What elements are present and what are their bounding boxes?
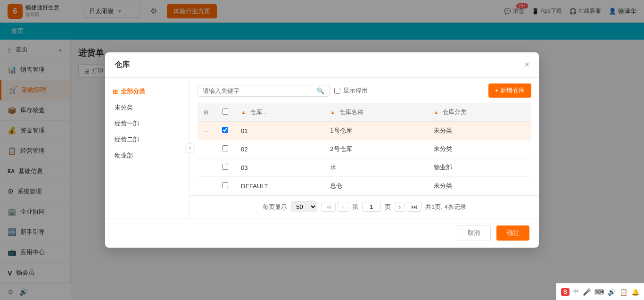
all-category-item[interactable]: ⊞ 全部分类	[105, 83, 190, 100]
sort-icon: ▲	[241, 109, 246, 115]
table-container: ⚙ ▲ 仓库... ▲ 仓库名称	[190, 103, 539, 195]
category-property[interactable]: 物业部	[105, 148, 190, 164]
row-checkbox[interactable]	[222, 145, 228, 151]
cancel-button[interactable]: 取消	[457, 225, 491, 241]
table-header-row: ⚙ ▲ 仓库... ▲ 仓库名称	[198, 103, 531, 122]
modal-close-button[interactable]: ×	[524, 60, 529, 70]
task-icon[interactable]: 📋	[619, 288, 627, 296]
row-category: 物业部	[428, 158, 531, 177]
prev-page-button[interactable]: ‹	[338, 202, 348, 212]
row-actions	[198, 158, 216, 177]
keyboard-icon[interactable]: ⌨	[594, 288, 604, 296]
brand-logo: S	[561, 288, 570, 296]
col-name: ▲ 仓库名称	[324, 103, 428, 122]
row-checkbox[interactable]	[222, 164, 228, 170]
modal-footer: 取消 确定	[105, 218, 539, 248]
category-dept1[interactable]: 经营一部	[105, 116, 190, 132]
row-checkbox[interactable]	[222, 127, 228, 133]
row-category: 未分类	[428, 140, 531, 158]
sort-icon3: ▲	[434, 109, 439, 115]
search-box: 🔍	[198, 85, 330, 97]
row-name: 水	[324, 158, 428, 177]
category-panel: ⊞ 全部分类 未分类 经营一部 经营二部 物业部 «	[105, 78, 190, 218]
table-row[interactable]: ··· 01 1号仓库 未分类	[198, 122, 531, 140]
modal-overlay: 仓库 × ⊞ 全部分类 未分类 经营一部 经营二部 物业部 «	[0, 0, 644, 300]
row-checkbox[interactable]	[222, 182, 228, 188]
table-row[interactable]: DEFAULT 总仓 未分类	[198, 177, 531, 195]
page-navigation-next: › ⏭	[395, 202, 421, 212]
warehouse-modal: 仓库 × ⊞ 全部分类 未分类 经营一部 经营二部 物业部 «	[105, 52, 539, 248]
sort-icon2: ▲	[330, 109, 335, 115]
notification-icon[interactable]: 🔔	[631, 288, 639, 296]
confirm-button[interactable]: 确定	[496, 225, 529, 241]
modal-title: 仓库	[115, 60, 130, 70]
row-checkbox-cell	[216, 158, 235, 177]
speaker-icon[interactable]: 🔊	[608, 288, 616, 296]
row-actions	[198, 140, 216, 158]
search-input[interactable]	[203, 87, 317, 94]
category-unclassified[interactable]: 未分类	[105, 100, 190, 116]
row-actions	[198, 177, 216, 195]
first-page-button[interactable]: ⏮	[321, 202, 336, 212]
collapse-panel-button[interactable]: «	[185, 143, 195, 153]
add-warehouse-button[interactable]: + 新增仓库	[488, 83, 531, 98]
next-page-button[interactable]: ›	[395, 202, 405, 212]
grid-icon: ⊞	[113, 88, 118, 95]
pagination: 每页显示 10 20 50 100 ⏮ ‹ 第	[190, 195, 539, 218]
modal-body: ⊞ 全部分类 未分类 经营一部 经营二部 物业部 « 🔍	[105, 78, 539, 218]
select-all-checkbox[interactable]	[222, 108, 228, 115]
page-input-area	[362, 202, 381, 212]
page-text: 第	[352, 203, 358, 211]
row-checkbox-cell	[216, 140, 235, 158]
col-gear: ⚙	[198, 103, 216, 122]
row-checkbox-cell	[216, 122, 235, 140]
row-checkbox-cell	[216, 177, 235, 195]
row-code: 03	[235, 158, 324, 177]
page-number-input[interactable]	[362, 202, 381, 212]
modal-header: 仓库 ×	[105, 52, 539, 78]
last-page-button[interactable]: ⏭	[407, 202, 421, 212]
row-code: DEFAULT	[235, 177, 324, 195]
search-icon[interactable]: 🔍	[317, 87, 324, 94]
row-category: 未分类	[428, 122, 531, 140]
row-category: 未分类	[428, 177, 531, 195]
col-code: ▲ 仓库...	[235, 103, 324, 122]
table-row[interactable]: 02 2号仓库 未分类	[198, 140, 531, 158]
show-disabled-checkbox[interactable]	[334, 88, 340, 94]
col-checkbox	[216, 103, 235, 122]
row-name: 1号仓库	[324, 122, 428, 140]
table-panel: 🔍 显示停用 + 新增仓库 ⚙	[190, 78, 539, 218]
brand-text: 中	[573, 288, 579, 296]
row-code: 01	[235, 122, 324, 140]
row-name: 总仓	[324, 177, 428, 195]
row-actions: ···	[198, 122, 216, 140]
table-toolbar: 🔍 显示停用 + 新增仓库	[190, 78, 539, 103]
per-page-dropdown[interactable]: 10 20 50 100	[291, 201, 317, 212]
mic-icon[interactable]: 🎤	[583, 288, 591, 296]
col-category: ▲ 仓库分类	[428, 103, 531, 122]
brand-bar: S 中 🎤 ⌨ 🔊 📋 🔔	[556, 283, 644, 300]
warehouse-table: ⚙ ▲ 仓库... ▲ 仓库名称	[198, 103, 531, 195]
category-dept2[interactable]: 经营二部	[105, 132, 190, 148]
table-row[interactable]: 03 水 物业部	[198, 158, 531, 177]
show-disabled-label: 显示停用	[334, 86, 368, 95]
row-code: 02	[235, 140, 324, 158]
per-page-select: 10 20 50 100	[291, 201, 317, 212]
row-name: 2号仓库	[324, 140, 428, 158]
page-navigation: ⏮ ‹	[321, 202, 348, 212]
